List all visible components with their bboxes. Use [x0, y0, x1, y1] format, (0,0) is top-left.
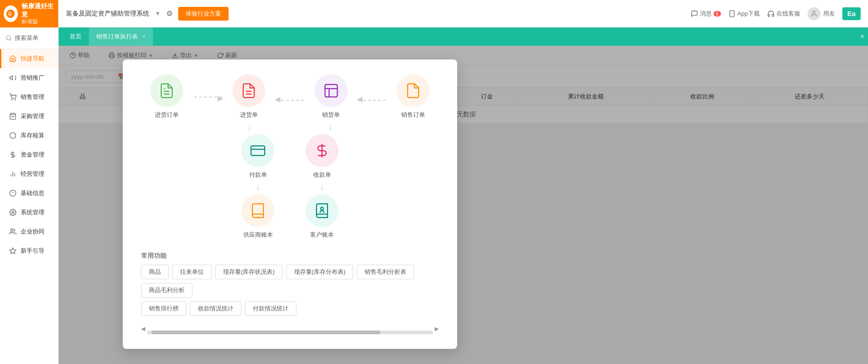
- svg-rect-28: [325, 85, 337, 97]
- btn-stock-status[interactable]: 现存量(库存状况表): [215, 265, 283, 279]
- scroll-left-btn[interactable]: ◀: [141, 326, 145, 332]
- flow-row-2: 付款单 收款单: [141, 134, 439, 179]
- flow-item-receipt[interactable]: 收款单: [292, 134, 352, 179]
- bag-icon: [9, 112, 17, 120]
- svg-point-14: [12, 212, 14, 213]
- sidebar-item-inventory[interactable]: 库存核算: [0, 126, 58, 145]
- payment-label: 付款单: [249, 171, 267, 179]
- cart-icon: [9, 93, 17, 101]
- down-arrow-purchase: ↓: [222, 123, 277, 132]
- arrow-left-1: ◀: [275, 82, 306, 112]
- sidebar-item-label: 资金管理: [21, 151, 44, 159]
- sales-order-label: 销售订单: [401, 111, 425, 119]
- tab-sales-order[interactable]: 销售订单执行表 ×: [89, 27, 153, 46]
- btn-product-margin[interactable]: 商品毛利分析: [141, 283, 192, 298]
- svg-point-33: [321, 207, 323, 210]
- btn-product[interactable]: 商品: [141, 265, 169, 279]
- svg-rect-31: [251, 146, 265, 156]
- online-service-item[interactable]: 在线客服: [767, 10, 800, 18]
- search-menu-button[interactable]: 搜索菜单: [4, 31, 55, 45]
- message-badge: 6: [714, 11, 721, 16]
- modal-scrollbar[interactable]: [147, 331, 433, 334]
- system-dropdown-arrow[interactable]: ▼: [155, 10, 161, 17]
- btn-payment-stats[interactable]: 付款情况统计: [245, 301, 296, 316]
- sidebar-item-quick-nav[interactable]: 快捷导航: [0, 49, 58, 68]
- receipt-label: 收款单: [313, 171, 331, 179]
- flow-item-purchase[interactable]: 进货单: [223, 74, 274, 119]
- content-area: 帮助 按模板打印 ▼ 导出 ▼ 刷新: [59, 46, 868, 364]
- brand-sub: 标准版: [22, 18, 55, 26]
- megaphone-icon: [9, 74, 17, 82]
- sidebar-item-label: 库存核算: [21, 131, 44, 140]
- online-service-label: 在线客服: [776, 10, 800, 18]
- avatar: [808, 7, 820, 20]
- tab-close-btn[interactable]: ×: [142, 33, 146, 40]
- gear-icon: [9, 208, 17, 217]
- sidebar-item-finance[interactable]: 资金管理: [0, 145, 58, 164]
- flow-row-1: 进货订单 ▶ 进: [141, 74, 439, 119]
- btn-receipt-stats[interactable]: 收款情况统计: [190, 301, 241, 316]
- sidebar-item-purchase[interactable]: 采购管理: [0, 107, 58, 126]
- message-item[interactable]: 消息 6: [691, 10, 721, 18]
- sidebar-item-label: 采购管理: [21, 112, 44, 120]
- sidebar-item-marketing[interactable]: 营销推广: [0, 68, 58, 87]
- sidebar-logo: G 畅康通好生意 标准版: [0, 0, 58, 27]
- sidebar-item-basic-info[interactable]: 基础信息: [0, 184, 58, 203]
- btn-sales-rank[interactable]: 销售排行榜: [141, 301, 186, 316]
- sales-circle: [315, 74, 348, 107]
- tabbar: 首页 销售订单执行表 × ×: [59, 27, 868, 46]
- sidebar-item-label: 企业协同: [21, 228, 44, 236]
- scrollbar-thumb: [152, 331, 380, 334]
- btn-sales-margin[interactable]: 销售毛利分析表: [357, 265, 414, 279]
- flow-item-customer-ledger[interactable]: 客户账本: [292, 194, 352, 239]
- chart-icon: [9, 170, 17, 178]
- tabbar-close-all-btn[interactable]: ×: [860, 33, 864, 41]
- sidebar-item-system[interactable]: 系统管理: [0, 203, 58, 222]
- experience-btn[interactable]: 体验行业方案: [178, 7, 229, 21]
- sidebar-item-collab[interactable]: 企业协同: [0, 222, 58, 241]
- sidebar: G 畅康通好生意 标准版 搜索菜单 快捷导航: [0, 0, 59, 364]
- svg-point-2: [6, 36, 11, 40]
- svg-line-3: [10, 39, 11, 41]
- flow-item-sales-order[interactable]: 销售订单: [388, 74, 439, 119]
- users-icon: [9, 228, 17, 236]
- common-title: 常用功能: [141, 252, 439, 260]
- ea-badge[interactable]: Ea: [842, 7, 861, 20]
- flow-section: 进货订单 ▶ 进: [141, 74, 439, 243]
- sidebar-item-label: 快捷导航: [21, 54, 44, 63]
- purchase-order-label: 进货订单: [155, 111, 179, 119]
- tab-home[interactable]: 首页: [62, 27, 89, 46]
- btn-stock-dist[interactable]: 现存量(库存分布表): [286, 265, 354, 279]
- home-icon: [9, 54, 17, 63]
- info-icon: [9, 189, 17, 197]
- money-icon: [9, 151, 17, 159]
- topbar-settings-icon[interactable]: ⚙: [166, 9, 173, 18]
- common-btns-row-1: 商品 往来单位 现存量(库存状况表) 现存量(库存分布表) 销售毛利分析表 商品…: [141, 265, 439, 298]
- main-area: 装备及固定资产辅助管理系统 ▼ ⚙ 体验行业方案 消息 6 App下载 在线客服: [59, 0, 868, 364]
- brand-name: 畅康通好生意: [22, 2, 55, 18]
- flow-item-sales[interactable]: 销货单: [306, 74, 357, 119]
- flow-item-purchase-order[interactable]: 进货订单: [141, 74, 192, 119]
- guide-icon: [9, 247, 17, 255]
- sidebar-item-label: 销售管理: [21, 93, 44, 101]
- common-functions-section: 常用功能 商品 往来单位 现存量(库存状况表) 现存量(库存分布表) 销售毛利分…: [141, 252, 439, 316]
- sidebar-item-operations[interactable]: 经营管理: [0, 164, 58, 184]
- flow-item-payment[interactable]: 付款单: [228, 134, 288, 179]
- scroll-right-btn[interactable]: ▶: [435, 326, 439, 332]
- btn-partners[interactable]: 往来单位: [172, 265, 212, 279]
- topbar: 装备及固定资产辅助管理系统 ▼ ⚙ 体验行业方案 消息 6 App下载 在线客服: [59, 0, 868, 27]
- sidebar-item-sales[interactable]: 销售管理: [0, 87, 58, 107]
- sidebar-item-label: 基础信息: [21, 189, 44, 197]
- flow-item-supplier-ledger[interactable]: 供应商账本: [228, 194, 288, 239]
- app-download-item[interactable]: App下载: [728, 10, 760, 18]
- search-menu-label: 搜索菜单: [15, 34, 38, 42]
- message-label: 消息: [700, 10, 712, 18]
- modal-overlay[interactable]: 进货订单 ▶ 进: [59, 46, 868, 364]
- sidebar-item-guide[interactable]: 新手引导: [0, 241, 58, 261]
- svg-point-19: [813, 11, 815, 13]
- payment-circle: [241, 134, 274, 167]
- sidebar-search[interactable]: 搜索菜单: [0, 27, 58, 49]
- down-arrow-receipt: ↓: [292, 183, 352, 192]
- sales-order-circle: [397, 74, 430, 107]
- user-area[interactable]: 用友: [808, 7, 835, 20]
